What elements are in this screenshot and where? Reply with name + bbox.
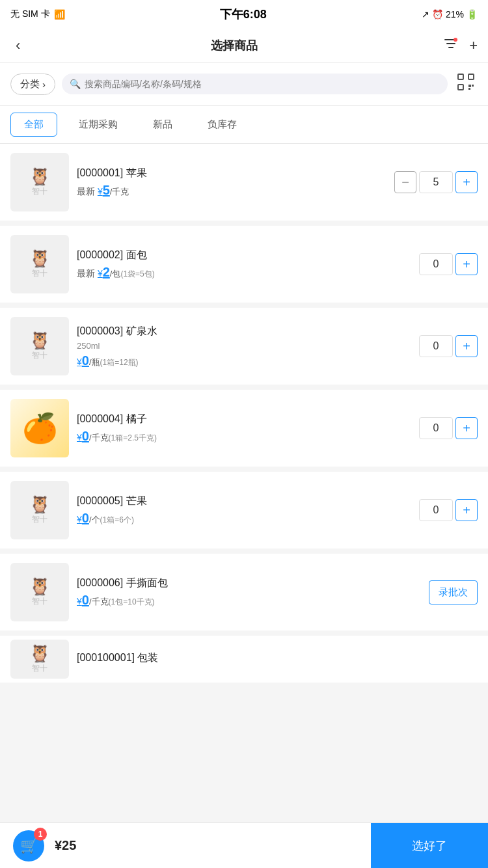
product-name: [0000004] 橘子	[77, 413, 411, 426]
svg-rect-8	[472, 85, 474, 87]
quantity-control: 录批次	[429, 580, 478, 604]
product-thumbnail: 🦉 智十	[10, 563, 69, 621]
product-name: [0000006] 手撕面包	[77, 576, 421, 590]
product-info: [0000002] 面包 最新 ¥2/包(1袋=5包)	[77, 249, 411, 280]
plus-button[interactable]: +	[455, 253, 478, 275]
quantity-control: − +	[394, 171, 478, 193]
owl-icon: 🦉	[29, 168, 50, 185]
list-item: 🍊 [0000004] 橘子 ¥0/千克(1箱=2.5千克) +	[0, 390, 488, 472]
tab-negative[interactable]: 负库存	[194, 113, 251, 137]
back-button[interactable]: ‹	[10, 32, 25, 59]
search-bar: 分类 › 🔍	[0, 62, 488, 106]
owl-icon: 🦉	[29, 332, 50, 349]
product-thumbnail: 🦉 智十	[10, 153, 69, 211]
list-item: 🦉 智十 [0000001] 苹果 最新 ¥5/千克 − +	[0, 144, 488, 226]
plus-button[interactable]: +	[455, 171, 478, 193]
quantity-control: +	[419, 499, 478, 521]
quantity-input[interactable]	[419, 417, 453, 439]
product-spec: 250ml	[77, 341, 411, 351]
quantity-input[interactable]	[419, 253, 453, 275]
product-info: [000100001] 包装	[77, 651, 478, 668]
product-info: [0000003] 矿泉水 250ml ¥0/瓶(1箱=12瓶)	[77, 325, 411, 368]
svg-rect-5	[468, 74, 474, 79]
wifi-icon: 📶	[54, 9, 65, 20]
product-name: [0000005] 芒果	[77, 495, 411, 508]
quantity-control: +	[419, 417, 478, 439]
add-button[interactable]: +	[469, 37, 478, 54]
scan-button[interactable]	[454, 70, 478, 98]
product-price: ¥0/千克(1箱=2.5千克)	[77, 429, 411, 444]
brand-label: 智十	[32, 186, 47, 197]
cart-button[interactable]: 🛒 1	[13, 830, 44, 861]
product-info: [0000005] 芒果 ¥0/个(1箱=6个)	[77, 495, 411, 526]
owl-icon: 🦉	[29, 578, 50, 595]
owl-icon: 🦉	[29, 496, 50, 513]
search-input-wrap: 🔍	[62, 74, 448, 94]
status-time: 下午6:08	[220, 7, 267, 22]
svg-rect-7	[468, 85, 471, 87]
list-item: 🦉 智十 [000100001] 包装	[0, 636, 488, 688]
owl-icon: 🦉	[29, 645, 50, 662]
brand-label: 智十	[32, 350, 47, 361]
product-price: ¥0/个(1箱=6个)	[77, 511, 411, 526]
product-list: 🦉 智十 [0000001] 苹果 最新 ¥5/千克 − + 🦉 智十	[0, 144, 488, 688]
svg-rect-9	[468, 88, 470, 90]
location-icon: ↗	[422, 9, 429, 20]
tab-recent[interactable]: 近期采购	[65, 113, 131, 137]
search-input[interactable]	[85, 79, 440, 89]
minus-button[interactable]: −	[394, 171, 416, 193]
plus-button[interactable]: +	[455, 335, 478, 357]
cart-area: 🛒 1 ¥25	[13, 830, 76, 861]
batch-button[interactable]: 录批次	[429, 580, 478, 604]
product-name: [0000002] 面包	[77, 249, 411, 262]
brand-label: 智十	[32, 663, 47, 674]
battery-icon: 🔋	[467, 9, 478, 20]
product-info: [0000001] 苹果 最新 ¥5/千克	[77, 167, 386, 198]
product-price: ¥0/瓶(1箱=12瓶)	[77, 353, 411, 368]
product-thumbnail: 🦉 智十	[10, 640, 69, 679]
product-thumbnail: 🦉 智十	[10, 317, 69, 375]
product-info: [0000004] 橘子 ¥0/千克(1箱=2.5千克)	[77, 413, 411, 444]
cart-total: ¥25	[55, 838, 76, 853]
list-item: 🦉 智十 [0000002] 面包 最新 ¥2/包(1袋=5包) +	[0, 226, 488, 308]
category-chevron-icon: ›	[42, 79, 46, 90]
svg-point-3	[454, 38, 457, 42]
product-name: [000100001] 包装	[77, 651, 478, 665]
quantity-control: +	[419, 335, 478, 357]
svg-rect-4	[458, 74, 463, 79]
no-sim-label: 无 SIM 卡	[10, 8, 50, 20]
tab-new[interactable]: 新品	[139, 113, 186, 137]
alarm-icon: ⏰	[432, 9, 443, 20]
list-item: 🦉 智十 [0000006] 手撕面包 ¥0/千克(1包=10千克) 录批次	[0, 554, 488, 636]
list-item: 🦉 智十 [0000003] 矿泉水 250ml ¥0/瓶(1箱=12瓶) +	[0, 308, 488, 390]
battery-label: 21%	[446, 9, 464, 20]
status-right: ↗ ⏰ 21% 🔋	[422, 9, 478, 20]
tab-bar: 全部 近期采购 新品 负库存	[0, 106, 488, 144]
confirm-button[interactable]: 选好了	[371, 823, 488, 869]
quantity-input[interactable]	[419, 499, 453, 521]
quantity-input[interactable]	[419, 171, 453, 193]
category-button[interactable]: 分类 ›	[10, 74, 55, 95]
fruit-image: 🍊	[22, 411, 58, 445]
list-item: 🦉 智十 [0000005] 芒果 ¥0/个(1箱=6个) +	[0, 472, 488, 554]
category-label: 分类	[20, 78, 40, 90]
status-left: 无 SIM 卡 📶	[10, 8, 65, 20]
nav-actions: +	[443, 36, 478, 55]
product-price: 最新 ¥2/包(1袋=5包)	[77, 265, 411, 280]
search-icon: 🔍	[70, 79, 81, 89]
product-price: 最新 ¥5/千克	[77, 183, 386, 198]
quantity-input[interactable]	[419, 335, 453, 357]
filter-button[interactable]	[443, 36, 459, 55]
owl-icon: 🦉	[29, 250, 50, 267]
product-thumbnail: 🦉 智十	[10, 481, 69, 539]
product-thumbnail: 🦉 智十	[10, 235, 69, 293]
brand-label: 智十	[32, 268, 47, 279]
product-price: ¥0/千克(1包=10千克)	[77, 593, 421, 608]
product-thumbnail: 🍊	[10, 399, 69, 457]
tab-all[interactable]: 全部	[10, 113, 57, 137]
plus-button[interactable]: +	[455, 417, 478, 439]
plus-button[interactable]: +	[455, 499, 478, 521]
product-info: [0000006] 手撕面包 ¥0/千克(1包=10千克)	[77, 576, 421, 608]
product-name: [0000003] 矿泉水	[77, 325, 411, 338]
svg-rect-6	[458, 85, 463, 90]
